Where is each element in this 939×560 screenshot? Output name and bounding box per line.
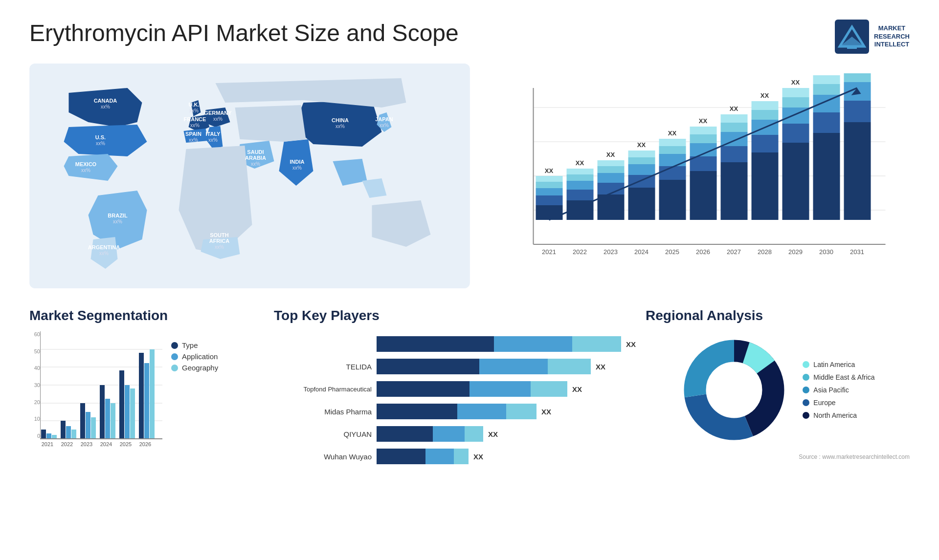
bar-2027-year: 2027 — [727, 248, 741, 256]
seg-chart-svg: 2021 2022 2023 2024 2025 2026 — [40, 331, 167, 458]
player-row-2: TELIDA XX — [274, 359, 636, 374]
canada-label: CANADA — [94, 98, 117, 104]
bar-2025-seg4 — [659, 146, 686, 154]
bar-2025-seg2 — [659, 166, 686, 180]
player-bar-5: XX — [377, 426, 636, 442]
svg-rect-20 — [66, 426, 71, 439]
regional-legend-latin: Latin America — [803, 361, 874, 368]
saudi-label: SAUDI — [247, 149, 264, 155]
regional-legend-asia: Asia Pacific — [803, 386, 874, 394]
bar-2022-label: XX — [576, 159, 584, 167]
saudi-value: xx% — [251, 161, 260, 167]
bar-2028-year: 2028 — [758, 248, 772, 256]
india-label: INDIA — [290, 159, 305, 165]
bar-2028-label: XX — [760, 92, 769, 99]
argentina-value: xx% — [99, 251, 109, 256]
bar-2025-seg5 — [659, 139, 686, 146]
bar-2022-seg4 — [566, 174, 593, 181]
player-xx-1: XX — [626, 340, 636, 348]
player-xx-6: XX — [473, 452, 483, 461]
bottom-section: Market Segmentation 0 10 20 30 40 50 60 — [29, 308, 910, 513]
svg-rect-26 — [105, 399, 110, 439]
china-value: xx% — [335, 124, 345, 129]
bar-2026-label: XX — [699, 117, 708, 125]
regional-dot-europe — [803, 399, 809, 406]
bar-2025-label: XX — [668, 129, 677, 137]
regional-dot-asia — [803, 387, 809, 393]
bar-2021-label: XX — [545, 167, 554, 174]
world-map-container: CANADA xx% U.S. xx% MEXICO xx% BRAZIL xx… — [29, 64, 470, 288]
regional-legend: Latin America Middle East & Africa Asia … — [803, 361, 874, 419]
player-xx-2: XX — [596, 363, 605, 371]
uk-value: xx% — [189, 108, 199, 113]
bar-2031-seg1 — [844, 122, 871, 220]
svg-text:2026: 2026 — [139, 441, 151, 447]
svg-rect-19 — [61, 421, 66, 439]
player-xx-4: XX — [541, 408, 551, 416]
seg-legend: Type Application Geography — [171, 341, 218, 458]
regional-label-europe: Europe — [813, 399, 835, 407]
legend-type-label: Type — [182, 341, 198, 349]
bar-2028-seg2 — [751, 135, 778, 152]
svg-rect-32 — [144, 363, 149, 439]
bar-2026-year: 2026 — [696, 248, 710, 256]
legend-type-dot — [171, 342, 178, 349]
france-value: xx% — [190, 123, 200, 128]
bar-2024-seg5 — [628, 151, 655, 157]
logo-icon — [835, 20, 869, 54]
bar-2023-label: XX — [606, 151, 615, 158]
svg-rect-25 — [100, 385, 105, 439]
us-label: U.S. — [95, 134, 106, 140]
bar-2028-seg4 — [751, 110, 778, 120]
legend-application: Application — [171, 352, 218, 361]
bar-2030-seg4 — [813, 84, 840, 95]
player-row-6: Wuhan Wuyao XX — [274, 449, 636, 464]
bar-2021-seg3 — [536, 188, 562, 195]
world-map-svg: CANADA xx% U.S. xx% MEXICO xx% BRAZIL xx… — [29, 64, 470, 288]
bar-2024-year: 2024 — [634, 248, 648, 256]
regional-dot-mea — [803, 374, 809, 381]
svg-rect-3 — [847, 46, 857, 49]
mexico-value: xx% — [81, 168, 90, 173]
southafrica-label: SOUTH — [210, 232, 229, 238]
svg-rect-17 — [46, 433, 51, 439]
bar-2021-seg4 — [536, 182, 562, 188]
donut-center — [707, 363, 761, 417]
bar-2030-year: 2030 — [819, 248, 833, 256]
regional-title: Regional Analysis — [646, 308, 910, 323]
svg-text:2021: 2021 — [42, 441, 53, 447]
player-row-3: Topfond Pharmaceutical XX — [274, 381, 636, 397]
bar-2026-seg4 — [690, 134, 716, 143]
bar-2030-seg2 — [813, 112, 840, 133]
bar-2025-year: 2025 — [665, 248, 679, 256]
bar-2024-seg3 — [628, 164, 655, 175]
bar-2029-seg4 — [782, 97, 809, 108]
brazil-label: BRAZIL — [108, 213, 128, 218]
bar-2029-seg5 — [782, 88, 809, 97]
mexico-label: MEXICO — [75, 161, 97, 167]
player-xx-3: XX — [572, 385, 582, 393]
logo: MARKET RESEARCH INTELLECT — [835, 20, 910, 54]
germany-value: xx% — [213, 116, 223, 122]
bar-2022-year: 2022 — [573, 248, 587, 256]
india-value: xx% — [292, 165, 302, 171]
svg-rect-16 — [41, 430, 46, 439]
donut-chart-svg — [680, 336, 788, 444]
legend-geography: Geography — [171, 364, 218, 372]
spain-value: xx% — [189, 137, 198, 143]
bar-2029-year: 2029 — [788, 248, 803, 256]
centralasia-shape — [235, 105, 306, 142]
bar-chart-container: XX 2021 XX 2022 XX 2023 — [490, 64, 910, 288]
bar-2022-seg3 — [566, 181, 593, 190]
svg-rect-30 — [130, 388, 135, 439]
bar-2025-seg3 — [659, 154, 686, 166]
bar-2026-seg1 — [690, 171, 716, 220]
player-name-5: QIYUAN — [274, 430, 372, 438]
key-players-title: Top Key Players — [274, 308, 636, 323]
player-name-6: Wuhan Wuyao — [274, 452, 372, 461]
svg-rect-33 — [150, 349, 155, 439]
svg-rect-27 — [111, 403, 115, 439]
top-section: CANADA xx% U.S. xx% MEXICO xx% BRAZIL xx… — [29, 64, 910, 288]
bar-2029-seg2 — [782, 124, 809, 143]
player-name-2: TELIDA — [274, 363, 372, 371]
